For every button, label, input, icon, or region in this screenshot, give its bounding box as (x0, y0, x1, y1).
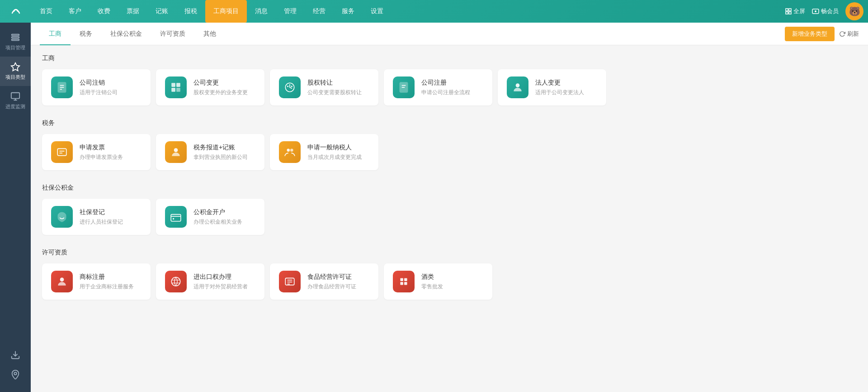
tab-other[interactable]: 其他 (194, 23, 225, 45)
card-info-company-change: 公司变更 股权变更外的业务变更 (193, 79, 255, 96)
nav-item-settings[interactable]: 设置 (363, 0, 392, 23)
sidebar-download-icon[interactable] (7, 346, 24, 363)
scroll-content[interactable]: 工商 公司注销 适用于注销公司 (31, 45, 868, 392)
card-food-license[interactable]: 食品经营许可证 办理食品经营许可证 (270, 263, 378, 300)
card-icon-apply-invoice (51, 141, 73, 163)
card-icon-provident-fund (165, 206, 187, 228)
tab-shuiwu[interactable]: 税务 (71, 23, 101, 45)
card-provident-fund[interactable]: 公积金开户 办理公积金相关业务 (156, 199, 264, 235)
card-desc-company-change: 股权变更外的业务变更 (193, 89, 255, 96)
svg-point-25 (291, 86, 292, 87)
card-company-change[interactable]: 公司变更 股权变更外的业务变更 (156, 69, 264, 105)
card-title-provident-fund: 公积金开户 (193, 208, 255, 216)
svg-point-38 (173, 218, 174, 220)
app-logo (5, 0, 27, 23)
card-title-import-export: 进出口权办理 (193, 273, 255, 281)
section-title-xuke: 许可资质 (42, 249, 857, 257)
card-desc-import-export: 适用于对外贸易经营者 (193, 283, 255, 291)
vip-button[interactable]: 畅会员 (812, 7, 839, 15)
nav-item-message[interactable]: 消息 (247, 0, 276, 23)
card-desc-social-insurance: 进行人员社保登记 (80, 218, 142, 226)
card-desc-equity-transfer: 公司变更需要股权转让 (307, 89, 369, 96)
card-title-tax-bookkeeping: 税务报道+记账 (193, 143, 255, 152)
svg-rect-50 (404, 282, 407, 285)
card-icon-company-register (393, 76, 415, 98)
card-tax-bookkeeping[interactable]: 税务报道+记账 拿到营业执照的新公司 (156, 134, 264, 170)
card-icon-legal-person-change (507, 76, 528, 98)
fullscreen-button[interactable]: 全屏 (785, 7, 805, 15)
nav-item-bizproject[interactable]: 工商项目 (205, 0, 247, 23)
card-icon-food-license (279, 271, 301, 292)
card-title-legal-person-change: 法人变更 (535, 79, 597, 87)
nav-item-operate[interactable]: 经营 (305, 0, 334, 23)
section-title-shuiwu: 税务 (42, 119, 857, 127)
card-desc-food-license: 办理食品经营许可证 (307, 283, 369, 291)
svg-marker-9 (11, 63, 19, 71)
section-title-gongshang: 工商 (42, 54, 857, 62)
svg-rect-30 (57, 148, 66, 155)
svg-rect-19 (171, 83, 175, 87)
card-desc-company-cancel: 适用于注销公司 (80, 89, 142, 96)
card-icon-alcohol (393, 271, 415, 292)
vip-label: 畅会员 (821, 7, 839, 15)
card-general-taxpayer[interactable]: 申请一般纳税人 当月或次月成变更完成 (270, 134, 378, 170)
card-info-alcohol: 酒类 零售批发 (421, 273, 483, 291)
card-icon-tax-bookkeeping (165, 141, 187, 163)
cards-grid-gongshang: 公司注销 适用于注销公司 (42, 69, 857, 105)
refresh-button[interactable]: 刷新 (839, 30, 859, 38)
nav-item-customer[interactable]: 客户 (61, 0, 90, 23)
card-info-equity-transfer: 股权转让 公司变更需要股权转让 (307, 79, 369, 96)
card-title-apply-invoice: 申请发票 (80, 143, 142, 152)
svg-rect-1 (789, 9, 791, 11)
add-type-button[interactable]: 新增业务类型 (785, 27, 835, 41)
fullscreen-label: 全屏 (793, 7, 805, 15)
card-trademark[interactable]: 商标注册 用于企业商标注册服务 (42, 263, 151, 300)
card-legal-person-change[interactable]: 法人变更 适用于公司变更法人 (498, 69, 606, 105)
svg-rect-6 (12, 34, 19, 36)
svg-rect-21 (171, 88, 175, 92)
nav-item-home[interactable]: 首页 (32, 0, 61, 23)
svg-rect-3 (789, 12, 791, 14)
card-icon-social-insurance (51, 206, 73, 228)
sidebar-item-project-manage[interactable]: 项目管理 (0, 27, 31, 57)
svg-rect-49 (400, 282, 403, 285)
nav-item-tax[interactable]: 报税 (176, 0, 205, 23)
svg-rect-10 (11, 93, 19, 99)
content-area: 工商 税务 社保公积金 许可资质 其他 新增业务类型 刷新 (31, 23, 868, 392)
nav-item-fees[interactable]: 收费 (90, 0, 118, 23)
svg-point-24 (287, 86, 288, 87)
sidebar-item-project-type[interactable]: 项目类型 (0, 57, 31, 86)
card-company-cancel[interactable]: 公司注销 适用于注销公司 (42, 69, 151, 105)
svg-point-14 (14, 372, 17, 375)
sidebar-location-icon[interactable] (7, 366, 24, 383)
cards-grid-shebao: 社保登记 进行人员社保登记 公积金 (42, 199, 857, 235)
section-xuke: 许可资质 商标注册 用于企业商标注册服务 (42, 249, 857, 300)
card-apply-invoice[interactable]: 申请发票 办理申请发票业务 (42, 134, 151, 170)
card-title-social-insurance: 社保登记 (80, 208, 142, 216)
card-company-register[interactable]: 公司注册 申请公司注册全流程 (384, 69, 492, 105)
cards-grid-shuiwu: 申请发票 办理申请发票业务 税务报道+记账 (42, 134, 857, 170)
tab-shebao[interactable]: 社保公积金 (101, 23, 151, 45)
section-shuiwu: 税务 申请发票 办理申请发票业务 (42, 119, 857, 170)
card-import-export[interactable]: 进出口权办理 适用于对外贸易经营者 (156, 263, 264, 300)
nav-item-bookkeeping[interactable]: 记账 (147, 0, 176, 23)
svg-point-40 (171, 277, 180, 286)
nav-item-manage[interactable]: 管理 (276, 0, 305, 23)
card-icon-import-export (165, 271, 187, 292)
sidebar-item-progress-monitor[interactable]: 进度监测 (0, 86, 31, 115)
tab-gongshang[interactable]: 工商 (40, 23, 71, 45)
card-title-company-register: 公司注册 (421, 79, 483, 87)
mascot-avatar[interactable]: 🐻 (845, 2, 863, 20)
card-equity-transfer[interactable]: 股权转让 公司变更需要股权转让 (270, 69, 378, 105)
nav-item-service[interactable]: 服务 (334, 0, 363, 23)
nav-item-bills[interactable]: 票据 (118, 0, 147, 23)
card-alcohol[interactable]: 酒类 零售批发 (384, 263, 492, 300)
sidebar: 项目管理 项目类型 进度监测 (0, 23, 31, 392)
sidebar-label-project-type: 项目类型 (5, 74, 25, 81)
tab-xuke[interactable]: 许可资质 (151, 23, 194, 45)
card-social-insurance[interactable]: 社保登记 进行人员社保登记 (42, 199, 151, 235)
card-icon-trademark (51, 271, 73, 292)
svg-rect-48 (404, 278, 407, 281)
section-title-shebao: 社保公积金 (42, 184, 857, 192)
card-desc-trademark: 用于企业商标注册服务 (80, 283, 142, 291)
